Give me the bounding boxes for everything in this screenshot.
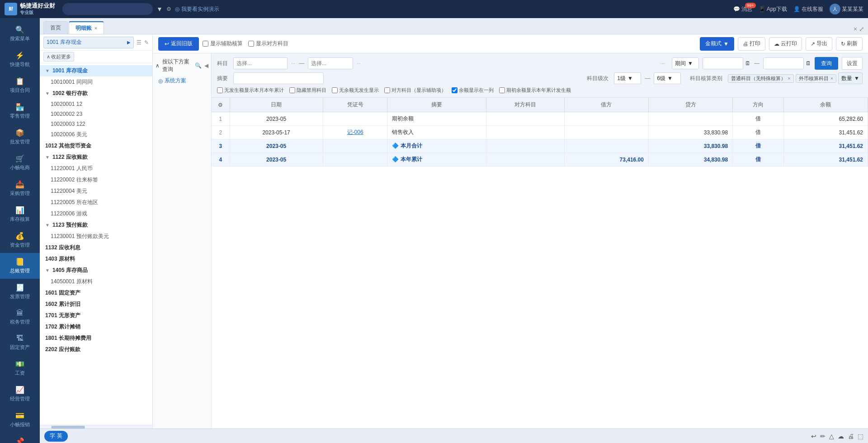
tag-foreign-close[interactable]: × xyxy=(830,76,833,81)
grid-icon[interactable]: ⬚ xyxy=(858,433,863,440)
checkbox-no-balance[interactable]: 无发生额显示本月本年累计 xyxy=(217,87,284,94)
tree-node-11220004[interactable]: 11220004 美元 xyxy=(40,186,152,197)
checkbox-hide-disabled[interactable]: 隐藏禁用科目 xyxy=(289,87,326,94)
sidebar-item-project[interactable]: 📋 项目合同 xyxy=(0,72,40,98)
tree-node-11230001[interactable]: 11230001 预付账款美元 xyxy=(40,231,152,242)
tree-node-1801[interactable]: 1801 长期待摊费用 xyxy=(40,333,152,344)
sidebar-item-purchase[interactable]: 📥 采购管理 xyxy=(0,176,40,201)
sidebar-item-stock[interactable]: 📊 库存核算 xyxy=(0,201,40,227)
filter-settings-btn[interactable]: 设置 xyxy=(842,57,863,70)
sidebar-item-expense[interactable]: 💳 小畅报销 xyxy=(0,407,40,433)
sidebar-item-operations[interactable]: 📈 经营管理 xyxy=(0,381,40,407)
level-end-select[interactable]: 6级 ▼ xyxy=(654,72,681,84)
global-search-input[interactable] xyxy=(62,3,153,15)
tree-node-1122[interactable]: ▼ 1122 应收账款 xyxy=(40,152,152,163)
tab-close-btn[interactable]: × xyxy=(854,25,857,33)
no-balance-input[interactable] xyxy=(217,87,223,93)
edit-view-icon[interactable]: ✎ xyxy=(144,39,149,46)
tree-node-10020003[interactable]: 10020003 122 xyxy=(40,119,152,129)
sidebar-item-invoice[interactable]: 🧾 发票管理 xyxy=(0,279,40,305)
query-search-icon[interactable]: 🔍 xyxy=(195,62,202,69)
tree-node-1702[interactable]: 1702 累计摊销 xyxy=(40,321,152,333)
period-select[interactable]: 期间 ▼ xyxy=(672,57,699,69)
tree-node-1601[interactable]: 1601 固定资产 xyxy=(40,287,152,299)
tree-node-1602[interactable]: 1602 累计折旧 xyxy=(40,299,152,310)
sidebar-item-salary[interactable]: 💵 工资 xyxy=(0,355,40,381)
back-to-old-btn[interactable]: ↩ 返回旧版 xyxy=(158,37,199,51)
checkbox-one-col[interactable]: 余额显示在一列 xyxy=(452,87,494,94)
export-btn[interactable]: ↗ 导出 xyxy=(806,37,832,51)
sidebar-item-basic[interactable]: 📌 基础信息 xyxy=(0,433,40,443)
sidebar-item-ecommerce[interactable]: 🛒 小畅电商 xyxy=(0,150,40,176)
tree-node-11220006[interactable]: 11220006 游戏 xyxy=(40,208,152,219)
dropdown-arrow-icon[interactable]: ▼ xyxy=(156,5,163,13)
sidebar-item-ledger[interactable]: 📒 总账管理 xyxy=(0,253,40,279)
checkbox-contra[interactable]: 对方科目（显示辅助项） xyxy=(384,87,446,94)
year-total-input[interactable] xyxy=(499,87,505,93)
tree-node-1001[interactable]: ▼ 1001 库存现金 xyxy=(40,65,152,76)
tree-node-1701[interactable]: 1701 无形资产 xyxy=(40,310,152,321)
show-contra-input[interactable] xyxy=(248,41,254,47)
tree-node-1123[interactable]: ▼ 1123 预付账款 xyxy=(40,219,152,231)
query-collapse-icon[interactable]: ◀ xyxy=(204,62,208,69)
sidebar-item-quick[interactable]: ⚡ 快捷导航 xyxy=(0,47,40,72)
sidebar-item-assets[interactable]: 🏗 固定资产 xyxy=(0,330,40,355)
sidebar-item-wholesale[interactable]: 📦 批发管理 xyxy=(0,124,40,150)
online-service-btn[interactable]: 👤 在线客服 xyxy=(793,5,823,13)
amount-mode-btn[interactable]: 金额式 ▼ xyxy=(700,37,734,51)
show-contra-checkbox[interactable]: 显示对方科目 xyxy=(248,40,288,48)
show-aux-input[interactable] xyxy=(203,41,208,47)
list-view-icon[interactable]: ☰ xyxy=(137,39,142,46)
settings-icon[interactable]: ⚙ xyxy=(166,6,171,12)
tree-node-2202[interactable]: 2202 应付账款 xyxy=(40,344,152,355)
undo-icon[interactable]: ↩ xyxy=(811,433,816,440)
quantity-dropdown[interactable]: 数量 ▼ xyxy=(838,72,863,84)
tree-node-1012[interactable]: 1012 其他货币资金 xyxy=(40,140,152,152)
summary-input[interactable] xyxy=(233,72,324,84)
no-zero-input[interactable] xyxy=(332,87,338,93)
notification-btn[interactable]: 💬 消息 99+ xyxy=(733,5,752,13)
show-aux-checkbox[interactable]: 显示辅助核算 xyxy=(203,40,243,48)
date-end-input[interactable]: 2023-05 xyxy=(763,57,804,69)
app-download-btn[interactable]: 📱 App下载 xyxy=(759,5,787,13)
edit-icon[interactable]: ✏ xyxy=(820,433,826,440)
user-menu[interactable]: 人 某某某某 xyxy=(830,4,863,14)
settings-gear-icon[interactable]: ⚙ xyxy=(218,102,223,108)
tab-close-icon[interactable]: × xyxy=(94,26,97,31)
demo-link[interactable]: ◎ 我要看实例演示 xyxy=(175,5,219,13)
contra-input[interactable] xyxy=(384,87,390,93)
language-btn[interactable]: 字 英 xyxy=(44,431,68,442)
print-btn[interactable]: 🖨 打印 xyxy=(738,37,765,51)
tree-node-1405[interactable]: ▼ 1405 库存商品 xyxy=(40,265,152,276)
tree-node-14050001[interactable]: 14050001 原材料 xyxy=(40,276,152,287)
hide-disabled-input[interactable] xyxy=(289,87,295,93)
tab-detail[interactable]: 明细账 × xyxy=(69,21,104,34)
cloud-icon[interactable]: ☁ xyxy=(838,433,844,440)
tree-node-1403[interactable]: 1403 原材料 xyxy=(40,253,152,265)
tab-maximize-btn[interactable]: ⤢ xyxy=(859,25,864,33)
date-start-input[interactable]: 2023-05 xyxy=(703,57,743,69)
tree-node-10020001[interactable]: 10020001 12 xyxy=(40,99,152,109)
subject-input[interactable] xyxy=(233,57,288,69)
tree-node-10020006[interactable]: 10020006 美元 xyxy=(40,129,152,140)
level-start-select[interactable]: 1级 ▼ xyxy=(614,72,641,84)
tab-home[interactable]: 首页 xyxy=(43,21,68,34)
voucher-link-2[interactable]: 记-006 xyxy=(347,129,363,135)
account-selector[interactable]: 1001 库存现金 ▶ xyxy=(43,37,134,48)
one-col-input[interactable] xyxy=(452,87,458,93)
query-btn[interactable]: 查询 xyxy=(815,57,838,70)
tree-node-10020002[interactable]: 10020002 23 xyxy=(40,109,152,119)
tree-node-1002[interactable]: ▼ 1002 银行存款 xyxy=(40,88,152,99)
sidebar-item-retail[interactable]: 🏪 零售管理 xyxy=(0,98,40,124)
tree-node-10010001[interactable]: 10010001 同同同 xyxy=(40,76,152,88)
tag-normal-close[interactable]: × xyxy=(788,76,790,81)
cloud-print-btn[interactable]: ☁ 云打印 xyxy=(769,37,802,51)
tree-node-11220005[interactable]: 11220005 所在地区 xyxy=(40,197,152,208)
sidebar-item-tax[interactable]: 🏛 税务管理 xyxy=(0,305,40,330)
system-scheme-btn[interactable]: ◎ 系统方案 xyxy=(156,75,208,86)
tree-node-11220001[interactable]: 11220001 人民币 xyxy=(40,163,152,174)
refresh-btn[interactable]: ↻ 刷新 xyxy=(836,37,863,51)
subject-input-2[interactable] xyxy=(308,57,353,69)
sidebar-item-finance[interactable]: 💰 资金管理 xyxy=(0,227,40,253)
tree-node-11220002[interactable]: 11220002 往来标签 xyxy=(40,174,152,186)
